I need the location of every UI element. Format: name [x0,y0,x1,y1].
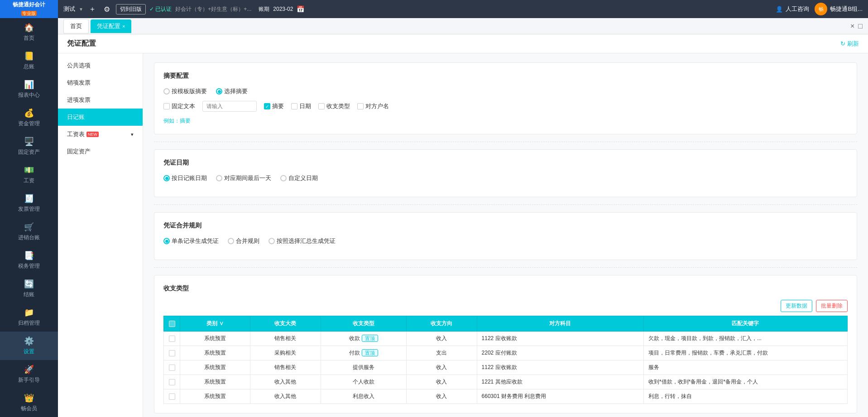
tab-home[interactable]: 首页 [63,19,89,33]
invoice_mgmt-icon: 🧾 [24,194,34,204]
cell-account-2: 1122 应收账款 [477,360,643,375]
income-expense-title: 收支类型 [163,284,848,293]
nav-item-journal[interactable]: 日记账 [58,109,143,126]
checkbox-summary[interactable]: ✓ 摘要 [264,102,284,110]
sidebar-item-label: 归档管理 [18,319,40,327]
checkbox-fixed-text[interactable]: 固定文本 [163,102,195,110]
row-checkbox-4[interactable] [164,389,180,404]
consult-button[interactable]: 👤 人工咨询 [776,5,809,13]
row-checkbox-box-0[interactable] [169,336,175,342]
refresh-button[interactable]: ↻ 刷新 [840,40,859,48]
add-icon[interactable]: ＋ [87,4,98,14]
divider-2 [154,204,857,205]
fixed-text-input[interactable] [202,101,257,112]
radio-journal-date[interactable]: 按日记账日期 [163,174,207,182]
sidebar-item-ledger[interactable]: 📒总账 [0,47,58,75]
checkbox-income-type[interactable]: 收支类型 [318,102,350,110]
sidebar-item-settings[interactable]: ⚙️设置 [0,332,58,360]
calendar-icon[interactable]: 📅 [297,5,304,13]
env-dropdown-icon[interactable]: ▼ [79,7,83,12]
row-checkbox-1[interactable] [164,346,180,360]
tab-voucher-config[interactable]: 凭证配置 × [91,19,131,33]
left-nav: 公共选项 销项发票 进项发票 日记账 工资表 NEW ▾ 固定资产 [58,53,143,417]
radio-template[interactable]: 按模板版摘要 [163,87,207,95]
row-checkbox-0[interactable] [164,332,180,346]
checkbox-date-box [291,103,297,109]
sidebar-item-home[interactable]: 🏠首页 [0,18,58,47]
sidebar-item-assets[interactable]: 🖥️固定资产 [0,132,58,161]
summary-radio-group: 按模板版摘要 选择摘要 [163,87,848,95]
nav-item-sales-invoice-label: 销项发票 [67,79,91,87]
nav-item-purchase-invoice[interactable]: 进项发票 [58,91,143,109]
radio-select-dot [218,90,221,93]
logo-sub: 专业版 [21,11,37,16]
cell-keywords-1: 项目，日常费用，报销款，车费，承兑汇票，付款 [643,346,847,360]
cell-category-1: 系统预置 [180,346,250,360]
cell-direction-4: 收入 [407,389,477,404]
payroll-expand-icon[interactable]: ▾ [131,132,134,137]
radio-custom-date-circle [280,175,287,181]
sidebar-item-label: 首页 [24,34,34,42]
table-row: 系统预置 销售相关 提供服务 收入 1122 应收账款 服务 [164,360,848,375]
row-checkbox-3[interactable] [164,375,180,389]
nav-item-public[interactable]: 公共选项 [58,57,143,74]
badge-reset-1[interactable]: 置顶 [362,349,378,356]
top-bar-right: 👤 人工咨询 畅 畅捷通B组... [776,3,863,15]
badge-reset-0[interactable]: 置顶 [362,335,378,342]
settings-icon[interactable]: ⚙ [101,4,112,14]
update-data-button[interactable]: 更新数据 [781,300,812,312]
checkbox-fixed-text-label: 固定文本 [172,102,195,110]
nav-item-sales-invoice[interactable]: 销项发票 [58,74,143,91]
checkbox-date[interactable]: 日期 [291,102,311,110]
radio-merge[interactable]: 合并规则 [228,237,259,245]
radio-period-last-circle [216,175,222,181]
sidebar-item-guide[interactable]: 🚀新手引导 [0,360,58,389]
row-checkbox-box-3[interactable] [169,379,175,385]
sidebar-item-report[interactable]: 📊报表中心 [0,75,58,104]
radio-single[interactable]: 单条记录生成凭证 [163,237,219,245]
th-keywords: 匹配关键字 [643,316,847,332]
row-checkbox-box-1[interactable] [169,350,175,356]
checkbox-counterparty-label: 对方户名 [365,102,389,110]
home-icon: 🏠 [24,23,34,33]
window-close-icon[interactable]: × [850,22,854,30]
sidebar-item-label: 总账 [24,63,34,71]
guide-icon: 🚀 [24,365,34,374]
sidebar-item-funds[interactable]: 💰资金管理 [0,104,58,132]
archive-icon: 📁 [24,308,34,317]
sidebar-item-purchase[interactable]: 🛒进销台账 [0,218,58,246]
merge-rules-section: 凭证合并规则 单条记录生成凭证 合并规则 按照选择汇总生成凭证 [154,212,857,260]
batch-delete-button[interactable]: 批量删除 [816,300,848,312]
radio-select[interactable]: 选择摘要 [216,87,248,95]
row-checkbox-box-2[interactable] [169,365,175,371]
cell-direction-3: 收入 [407,375,477,389]
user-name: 畅捷通B组... [830,5,863,13]
tab-close-icon[interactable]: × [122,24,125,29]
cell-major-0: 销售相关 [250,332,321,346]
user-menu[interactable]: 畅 畅捷通B组... [815,3,863,15]
radio-custom-date[interactable]: 自定义日期 [280,174,318,182]
voucher-date-section: 凭证日期 按日记账日期 对应期间最后一天 自定义日期 [154,149,857,197]
checkbox-counterparty[interactable]: 对方户名 [357,102,389,110]
row-checkbox-2[interactable] [164,360,180,375]
summary-checkbox-row: 固定文本 ✓ 摘要 日期 收支类型 [163,101,848,112]
nav-item-payroll[interactable]: 工资表 NEW ▾ [58,126,143,143]
radio-period-last[interactable]: 对应期间最后一天 [216,174,271,182]
cell-major-3: 收入其他 [250,375,321,389]
sidebar-item-salary[interactable]: 💵工资 [0,161,58,189]
th-checkbox[interactable] [164,316,180,332]
sidebar-item-settle[interactable]: 🔄结账 [0,275,58,303]
row-checkbox-box-4[interactable] [169,393,175,400]
sidebar-item-invoice_mgmt[interactable]: 🧾发票管理 [0,189,58,218]
cell-type-2: 提供服务 [321,360,407,375]
sidebar-item-member[interactable]: 👑畅会员 [0,389,58,417]
sidebar-item-archive[interactable]: 📁归档管理 [0,303,58,332]
switch-version-button[interactable]: 切到旧版 [116,4,146,14]
window-max-icon[interactable]: □ [858,22,863,30]
select-all-checkbox[interactable] [169,321,175,327]
sidebar-item-tax[interactable]: 📑税务管理 [0,246,58,275]
radio-summary-gen[interactable]: 按照选择汇总生成凭证 [269,237,336,245]
sidebar-item-label: 进销台账 [18,234,40,242]
status-badge: ✓ 已认证 [149,5,172,13]
nav-item-fixed-assets[interactable]: 固定资产 [58,143,143,160]
